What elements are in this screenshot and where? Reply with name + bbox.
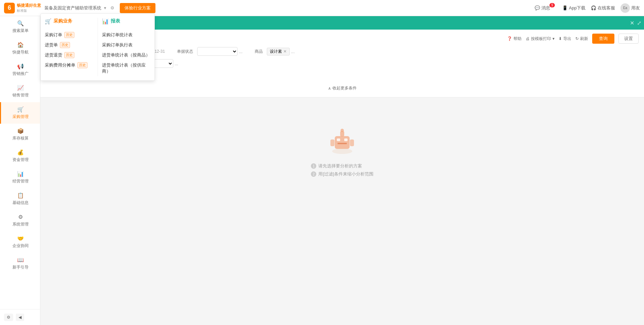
sidebar-item-basic-info[interactable]: 📋 基础信息 xyxy=(0,188,40,210)
salesperson-dots: ... xyxy=(175,61,178,66)
sidebar-item-purchase[interactable]: 🛒 采购管理 xyxy=(0,102,40,124)
empty-tip-2: 2 用[过滤]条件来缩小分析范围 xyxy=(311,171,373,177)
svg-rect-1 xyxy=(335,136,350,149)
doc-status-dots: ... xyxy=(239,49,243,54)
sidebar-settings-btn[interactable]: ⚙ xyxy=(4,314,13,321)
svg-rect-7 xyxy=(330,139,334,146)
goods-label: 商品 xyxy=(255,49,263,54)
goods-dots: ... xyxy=(291,49,295,54)
history-tag-2: 历史 xyxy=(64,52,74,58)
sidebar-item-search[interactable]: 🔍 搜索菜单 xyxy=(0,16,40,38)
empty-state: 1 请先选择要分析的方案 2 用[过滤]条件来缩小分析范围 xyxy=(40,97,644,206)
purchase-section-icon: 🛒 xyxy=(45,18,51,25)
purchase-menu-section: 🛒 采购业务 采购订单 历史 进货单 历史 进货退货 历史 采购费用分摊单 历史 xyxy=(45,18,94,76)
sidebar-item-sales[interactable]: 📈 销售管理 xyxy=(0,81,40,102)
goods-tag[interactable]: 设计素 ✕ xyxy=(267,48,290,55)
messages-badge: 9 xyxy=(549,3,555,7)
refresh-btn[interactable]: ↻ 刷新 xyxy=(575,36,588,42)
cart-icon: 🛒 xyxy=(17,106,24,113)
sidebar-item-operations[interactable]: 📊 经营管理 xyxy=(0,167,40,188)
svg-rect-3 xyxy=(344,138,348,141)
purchase-dropdown-menu: 🛒 采购业务 采购订单 历史 进货单 历史 进货退货 历史 采购费用分摊单 历史… xyxy=(40,13,155,81)
menu-item-purchase-order[interactable]: 采购订单 历史 xyxy=(45,30,94,40)
menu-item-purchase-order-exec[interactable]: 采购订单执行表 xyxy=(102,40,151,50)
sidebar-item-marketing[interactable]: 📢 营销推广 xyxy=(0,59,40,81)
export-btn[interactable]: ⬇ 导出 xyxy=(559,36,571,42)
svg-point-6 xyxy=(341,129,344,132)
query-btn[interactable]: 查询 xyxy=(592,34,614,44)
tab-expand-btn[interactable]: ⤢ xyxy=(637,20,641,26)
clipboard-icon: 📋 xyxy=(17,192,24,199)
sidebar-bottom: ⚙ ◀ xyxy=(0,309,40,325)
logo-area: 6 畅捷通好生意 标准版 xyxy=(4,3,44,13)
goods-filter: 设计素 ✕ ... xyxy=(267,48,295,55)
money-icon: 💰 xyxy=(17,149,24,156)
tip-num-1: 1 xyxy=(311,163,316,169)
phone-icon: 📱 xyxy=(562,5,568,10)
history-tag-0: 历史 xyxy=(64,32,74,38)
user-area[interactable]: Ea 用友 xyxy=(620,3,640,13)
avatar: Ea xyxy=(620,3,630,13)
gear-icon: ⚙ xyxy=(18,214,23,220)
empty-illustration xyxy=(325,124,359,159)
menu-item-goods-return[interactable]: 进货退货 历史 xyxy=(45,50,94,60)
chart-icon: 📈 xyxy=(17,85,24,91)
sidebar-item-guide[interactable]: 📖 新手引导 xyxy=(0,253,40,274)
online-service-btn[interactable]: 🎧 在线客服 xyxy=(591,5,615,11)
print-dropdown-arrow: ▾ xyxy=(552,36,554,41)
svg-rect-8 xyxy=(350,139,354,146)
system-title-area: 装备及固定资产辅助管理系统 ▾ ⚙ 体验行业方案 xyxy=(44,3,535,13)
menu-item-goods-by-supplier[interactable]: 进货单统计表（按供应商） xyxy=(102,60,151,76)
home-icon: 🏠 xyxy=(17,42,24,48)
refresh-icon: ↻ xyxy=(575,36,579,41)
messages-btn[interactable]: 💬 消息 9 xyxy=(535,5,557,11)
headset-icon: 🎧 xyxy=(591,5,596,10)
doc-status-dropdown[interactable] xyxy=(197,47,238,56)
box-icon: 📦 xyxy=(17,128,24,134)
menu-divider xyxy=(98,18,98,76)
menu-item-purchase-expense[interactable]: 采购费用分摊单 历史 xyxy=(45,60,94,70)
doc-status-select[interactable]: ... xyxy=(197,47,243,56)
sidebar-item-cooperation[interactable]: 🤝 企业协同 xyxy=(0,231,40,253)
doc-status-label: 单据状态 xyxy=(177,49,193,54)
report-section-icon: 📊 xyxy=(102,18,109,25)
svg-point-0 xyxy=(332,149,352,154)
help-icon: ❓ xyxy=(507,36,512,41)
tab-bar-right: ✕ ⤢ xyxy=(630,20,644,26)
empty-tip-1: 1 请先选择要分析的方案 xyxy=(311,163,373,169)
system-dropdown-arrow[interactable]: ▾ xyxy=(104,5,106,10)
history-tag-3: 历史 xyxy=(77,62,87,68)
collapse-btn[interactable]: ∧ 收起更多条件 xyxy=(46,83,639,93)
menu-item-purchase-order-stats[interactable]: 采购订单统计表 xyxy=(102,30,151,40)
sidebar-item-quick-nav[interactable]: 🏠 快捷导航 xyxy=(0,38,40,59)
sidebar-collapse-btn[interactable]: ◀ xyxy=(16,314,24,321)
export-icon: ⬇ xyxy=(559,36,562,41)
search-icon: 🔍 xyxy=(17,20,24,27)
megaphone-icon: 📢 xyxy=(17,63,24,70)
collapse-icon: ∧ xyxy=(328,86,331,91)
bar-chart-icon: 📊 xyxy=(17,171,24,177)
system-settings-icon[interactable]: ⚙ xyxy=(110,5,114,10)
purchase-section-title: 🛒 采购业务 xyxy=(45,18,94,27)
tip-num-2: 2 xyxy=(311,171,316,177)
goods-tag-close[interactable]: ✕ xyxy=(283,49,287,54)
history-tag-1: 历史 xyxy=(60,42,70,48)
logo-text: 畅捷通好生意 标准版 xyxy=(17,3,41,13)
app-download-btn[interactable]: 📱 App下载 xyxy=(562,5,585,11)
book-icon: 📖 xyxy=(17,257,24,263)
help-btn[interactable]: ❓ 帮助 xyxy=(507,36,522,42)
sidebar-item-capital[interactable]: 💰 资金管理 xyxy=(0,145,40,167)
tab-close-window-btn[interactable]: ✕ xyxy=(630,20,634,26)
sidebar: 🔍 搜索菜单 🏠 快捷导航 📢 营销推广 📈 销售管理 🛒 采购管理 📦 库存核… xyxy=(0,16,40,325)
print-template-btn[interactable]: 🖨 按模板打印 ▾ xyxy=(526,36,554,42)
menu-item-goods-by-product[interactable]: 进货单统计表（按商品） xyxy=(102,50,151,60)
sidebar-item-system[interactable]: ⚙ 系统管理 xyxy=(0,210,40,231)
toolbar-right: ❓ 帮助 🖨 按模板打印 ▾ ⬇ 导出 ↻ xyxy=(507,34,639,44)
settings-btn[interactable]: 设置 xyxy=(618,34,639,44)
empty-tips: 1 请先选择要分析的方案 2 用[过滤]条件来缩小分析范围 xyxy=(311,163,373,179)
message-icon: 💬 xyxy=(535,5,540,10)
svg-rect-4 xyxy=(337,143,347,144)
menu-item-goods-receipt[interactable]: 进货单 历史 xyxy=(45,40,94,50)
sidebar-item-inventory[interactable]: 📦 库存核算 xyxy=(0,124,40,145)
industry-btn[interactable]: 体验行业方案 xyxy=(120,3,155,13)
